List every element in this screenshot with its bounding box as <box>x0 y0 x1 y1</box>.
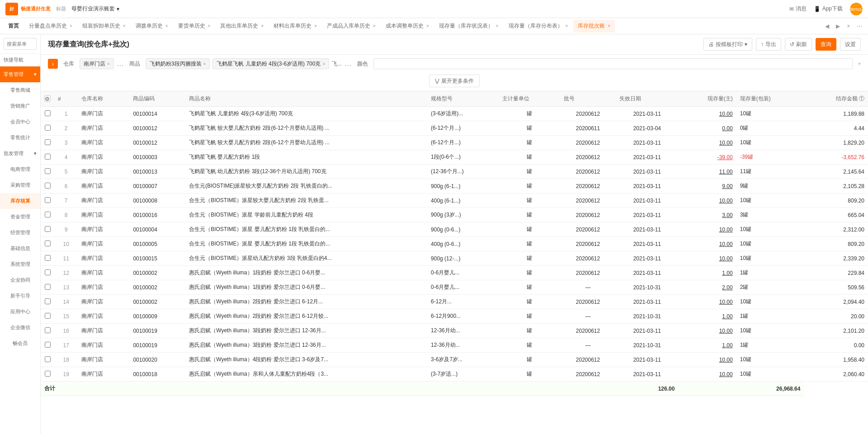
row-checkbox[interactable] <box>41 266 54 280</box>
tab-requisition[interactable]: 要货单历史 × <box>174 20 215 33</box>
row-stock-main[interactable]: 10.00 <box>678 367 736 382</box>
sidebar-item-weapp[interactable]: 企业微信 <box>0 320 40 335</box>
tab-materialout[interactable]: 材料出库单历史 × <box>269 20 321 33</box>
product-filter-more[interactable]: … <box>344 60 352 68</box>
tab-split[interactable]: 分量盘点单历史 × <box>24 20 77 33</box>
sidebar-item-inventory[interactable]: 库存核算 <box>0 193 40 209</box>
tab-close-icon[interactable]: × <box>123 24 126 28</box>
row-stock-main[interactable]: 10.00 <box>678 237 736 251</box>
tab-close-icon[interactable]: × <box>373 24 376 28</box>
row-checkbox[interactable] <box>41 208 54 222</box>
nav-next[interactable]: ▶ <box>833 21 843 31</box>
tab-close-icon[interactable]: × <box>70 24 72 28</box>
row-checkbox[interactable] <box>41 165 54 179</box>
nav-prev[interactable]: ◀ <box>822 21 832 31</box>
row-stock-main[interactable]: 10.00 <box>678 324 736 338</box>
row-stock-main[interactable]: 10.00 <box>678 295 736 309</box>
tab-otherout[interactable]: 其他出库单历史 × <box>216 20 268 33</box>
settings-button[interactable]: 设置 <box>840 38 861 51</box>
avatar[interactable]: demo2 <box>850 3 863 15</box>
tab-inventory2[interactable]: 现存量（库存分布表） × <box>504 20 573 33</box>
company-select[interactable]: 母婴行业演示账套 ▾ <box>71 5 119 13</box>
row-stock-main[interactable]: 10.00 <box>678 222 736 237</box>
sidebar-item-system[interactable]: 系统管理 <box>0 256 40 272</box>
tab-disassemble[interactable]: 组装拆卸单历史 × <box>78 20 130 33</box>
sidebar-item-guide[interactable]: 新手引导 <box>0 288 40 304</box>
tab-costadj[interactable]: 成本调整单历史 × <box>381 20 434 33</box>
product-tag-1-close[interactable]: × <box>203 61 206 66</box>
sidebar-item-ecommerce[interactable]: 电商管理 <box>0 161 40 177</box>
tab-productsin[interactable]: 产成品入库单历史 × <box>322 20 380 33</box>
row-checkbox[interactable] <box>41 353 54 367</box>
row-checkbox[interactable] <box>41 193 54 208</box>
query-button[interactable]: 查询 <box>816 38 836 51</box>
tab-close-icon[interactable]: × <box>426 24 429 28</box>
sidebar-item-appcenter[interactable]: 应用中心 <box>0 304 40 320</box>
tab-close-icon[interactable]: × <box>314 24 317 28</box>
row-stock-main[interactable]: 1.00 <box>678 266 736 280</box>
search-input[interactable] <box>4 38 37 50</box>
color-filter-input[interactable] <box>373 58 853 69</box>
row-stock-main[interactable]: 2.00 <box>678 280 736 295</box>
expand-conditions-button[interactable]: ⋁ 展开更多条件 <box>429 75 480 87</box>
row-checkbox[interactable] <box>41 107 54 121</box>
sidebar-item-enterprise[interactable]: 企业协同 <box>0 272 40 288</box>
select-all-checkbox[interactable]: ⚙ <box>44 95 51 102</box>
sidebar-item-retail-stats[interactable]: 零售统计 <box>0 130 40 146</box>
row-stock-main[interactable]: 9.00 <box>678 179 736 193</box>
nav-close-all[interactable]: × <box>844 21 854 31</box>
warehouse-tag-close[interactable]: × <box>107 61 110 66</box>
export-button[interactable]: ↑ 导出 <box>756 38 781 51</box>
sidebar-item-retail-mgmt[interactable]: 零售管理 ▾ <box>0 66 40 82</box>
sidebar-item-marketing[interactable]: 营销推广 <box>0 98 40 114</box>
row-checkbox[interactable] <box>41 179 54 193</box>
row-stock-main[interactable]: 10.00 <box>678 193 736 208</box>
row-checkbox[interactable] <box>41 338 54 353</box>
row-checkbox[interactable] <box>41 309 54 324</box>
filter-expand-icon[interactable]: › <box>48 59 58 69</box>
tab-close-icon[interactable]: × <box>566 24 568 28</box>
row-stock-main[interactable]: 11.00 <box>678 165 736 179</box>
row-checkbox[interactable] <box>41 367 54 382</box>
row-checkbox[interactable] <box>41 237 54 251</box>
row-checkbox[interactable] <box>41 324 54 338</box>
messages-button[interactable]: ✉ 消息 <box>789 5 807 13</box>
print-button[interactable]: 🖨 按模板打印 ▾ <box>703 38 752 51</box>
tab-batchinventory[interactable]: 库存批次账 × <box>573 20 615 33</box>
tab-close-icon[interactable]: × <box>208 24 211 28</box>
row-stock-main[interactable]: 3.00 <box>678 208 736 222</box>
row-stock-main[interactable]: 10.00 <box>678 107 736 121</box>
row-checkbox[interactable] <box>41 295 54 309</box>
tab-transfer[interactable]: 调拨单历史 × <box>131 20 173 33</box>
sidebar-item-purchase[interactable]: 采购管理 <box>0 177 40 193</box>
tab-home[interactable]: 首页 <box>4 20 24 33</box>
app-download-button[interactable]: 📱 App下载 <box>814 5 843 13</box>
row-stock-main[interactable]: 1.00 <box>678 338 736 353</box>
row-checkbox[interactable] <box>41 251 54 266</box>
tab-close-icon[interactable]: × <box>165 24 168 28</box>
row-checkbox[interactable] <box>41 222 54 237</box>
tab-inventory1[interactable]: 现存量（库存状况表） × <box>434 20 503 33</box>
row-checkbox[interactable] <box>41 136 54 150</box>
sidebar-item-basic[interactable]: 基础信息 <box>0 241 40 256</box>
product-tag-2-close[interactable]: × <box>322 61 325 66</box>
row-checkbox[interactable] <box>41 121 54 136</box>
sidebar-item-finance[interactable]: 资金管理 <box>0 209 40 225</box>
row-stock-main[interactable]: 10.00 <box>678 136 736 150</box>
tab-close-icon[interactable]: × <box>608 24 610 28</box>
sidebar-item-member[interactable]: 会员中心 <box>0 114 40 130</box>
refresh-button[interactable]: ↺ 刷新 <box>785 38 812 51</box>
tab-close-icon[interactable]: × <box>261 24 264 28</box>
nav-more[interactable]: ⋯ <box>854 21 864 31</box>
sidebar-item-operations[interactable]: 经营管理 <box>0 225 40 241</box>
row-stock-main[interactable]: -39.00 <box>678 150 736 165</box>
tab-close-icon[interactable]: × <box>496 24 499 28</box>
row-checkbox[interactable] <box>41 280 54 295</box>
sidebar-item-member2[interactable]: 畅会员 <box>0 335 40 351</box>
sidebar-item-retail-mall[interactable]: 零售商城 <box>0 82 40 98</box>
row-stock-main[interactable]: 10.00 <box>678 353 736 367</box>
row-stock-main[interactable]: 0.00 <box>678 121 736 136</box>
warehouse-filter-more[interactable]: … <box>117 60 124 68</box>
sidebar-item-wholesale[interactable]: 批发管理 ▾ <box>0 146 40 161</box>
row-checkbox[interactable] <box>41 150 54 165</box>
